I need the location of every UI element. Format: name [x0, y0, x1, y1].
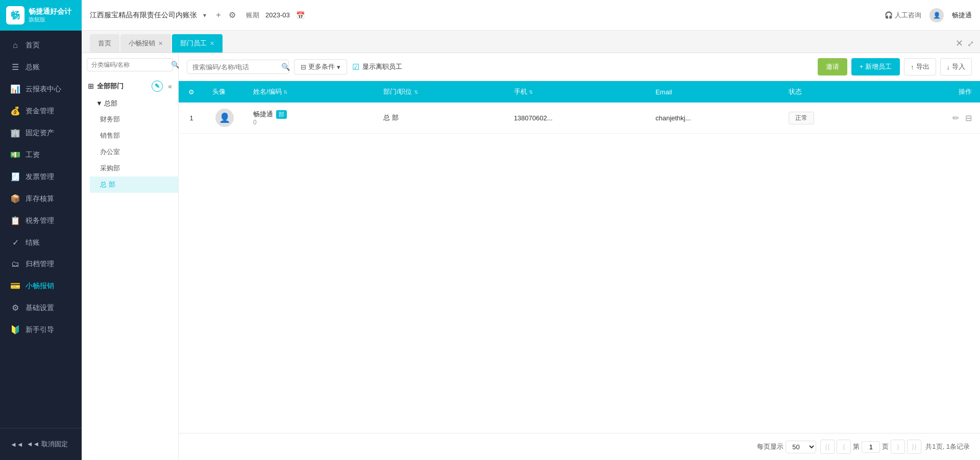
expand-icon[interactable]: ⤢ — [967, 39, 974, 48]
tab-employees[interactable]: 部门员工 ✕ — [172, 34, 223, 53]
sidebar-item-salary[interactable]: 💵 工资 — [0, 144, 82, 166]
logo: 畅 畅捷通好会计 旗舰版 — [0, 0, 82, 31]
employee-phone: 138070602... — [514, 114, 553, 122]
employee-panel: 🔍 ⊟ 更多条件 ▾ ☑ 显示离职员工 邀请 + 新增员工 ↑ 导出 — [179, 53, 980, 460]
col-phone-sort-icon[interactable]: ⇅ — [529, 89, 533, 95]
export-button[interactable]: ↑ 导出 — [904, 58, 936, 75]
sidebar-item-closing-label: 结账 — [26, 238, 40, 247]
settings-icon: ⚙ — [10, 303, 20, 313]
sidebar-item-tax[interactable]: 📋 税务管理 — [0, 210, 82, 232]
sidebar-item-invoice[interactable]: 🧾 发票管理 — [0, 166, 82, 188]
dept-collapse-btn[interactable]: « — [168, 82, 172, 90]
dept-header-actions: ✎ — [152, 81, 163, 92]
row-index: 1 — [179, 103, 204, 134]
dept-group-label: 总部 — [104, 99, 117, 107]
sidebar-item-invoice-label: 发票管理 — [26, 172, 54, 182]
period-label: 账期 — [246, 11, 259, 20]
col-dept-position[interactable]: 部门/职位 ⇅ — [375, 81, 505, 103]
tab-employees-close[interactable]: ✕ — [210, 40, 214, 47]
import-label: 导入 — [952, 62, 965, 71]
reports-icon: 📊 — [10, 84, 20, 94]
dept-search-input[interactable] — [91, 61, 168, 68]
page-size-select[interactable]: 20 50 100 — [786, 441, 816, 453]
dept-item-sales[interactable]: 销售部 — [90, 127, 178, 144]
employee-table: ⚙ 头像 姓名/编码 ⇅ 部门/职位 ⇅ 手机 — [179, 81, 980, 134]
calendar-icon[interactable]: 📅 — [296, 11, 305, 19]
dept-item-finance[interactable]: 财务部 — [90, 111, 178, 127]
topbar-settings-icon[interactable]: ⚙ — [229, 10, 236, 20]
status-badge: 正常 — [789, 112, 814, 124]
add-company-icon[interactable]: ＋ — [214, 10, 223, 20]
xiaochang-icon: 💳 — [10, 281, 20, 291]
employee-search-input[interactable] — [192, 63, 278, 71]
col-name-sort-icon[interactable]: ⇅ — [283, 89, 287, 95]
col-dept-sort-icon[interactable]: ⇅ — [414, 89, 418, 95]
col-name-code[interactable]: 姓名/编码 ⇅ — [245, 81, 375, 103]
page-prev-btn[interactable]: ⟨ — [837, 440, 851, 454]
page-next-btn[interactable]: ⟩ — [891, 440, 905, 454]
sidebar-item-ledger[interactable]: ☰ 总账 — [0, 56, 82, 78]
dept-item-general[interactable]: 总 部 — [90, 176, 178, 193]
user-name[interactable]: 畅捷通 — [952, 11, 972, 20]
page-last-btn[interactable]: ⟩⟩ — [907, 440, 921, 454]
col-email: Email — [647, 81, 780, 103]
col-status: 状态 — [780, 81, 888, 103]
dept-panel: 🔍 ⊞ 全部部门 ✎ « ▼ 总部 财务部 销售部 — [82, 53, 179, 460]
logout-icon[interactable]: ⊟ — [965, 113, 972, 123]
employee-name: 畅捷通 — [253, 110, 273, 119]
sidebar-item-assets[interactable]: 🏢 固定资产 — [0, 122, 82, 144]
dept-add-btn[interactable]: ✎ — [152, 81, 163, 92]
page-size-selector: 每页显示 20 50 100 — [757, 441, 816, 453]
add-employee-button[interactable]: + 新增员工 — [851, 58, 900, 75]
content-area: 🔍 ⊞ 全部部门 ✎ « ▼ 总部 财务部 销售部 — [82, 53, 980, 460]
all-dept-label: 全部部门 — [97, 82, 124, 91]
archive-icon: 🗂 — [10, 260, 20, 269]
sidebar-item-salary-label: 工资 — [26, 150, 40, 160]
sidebar-item-guide[interactable]: 🔰 新手引导 — [0, 319, 82, 341]
import-button[interactable]: ↓ 导入 — [940, 58, 972, 75]
service-button[interactable]: 🎧 人工咨询 — [885, 11, 921, 20]
filter-button[interactable]: ⊟ 更多条件 ▾ — [294, 59, 347, 74]
sidebar-item-reports-label: 云报表中心 — [26, 85, 61, 94]
page-size-label: 每页显示 — [757, 442, 783, 451]
page-first-btn[interactable]: ⟨⟨ — [820, 440, 835, 454]
sidebar-item-home[interactable]: ⌂ 首页 — [0, 35, 82, 56]
tab-xiaochang-close[interactable]: ✕ — [158, 40, 163, 47]
sidebar-item-reports[interactable]: 📊 云报表中心 — [0, 78, 82, 100]
filter-chevron-icon: ▾ — [337, 63, 340, 71]
page-input[interactable] — [862, 441, 880, 453]
cancel-fixed-label: ◄◄ 取消固定 — [27, 440, 68, 449]
col-settings[interactable]: ⚙ — [179, 81, 204, 103]
dept-item-purchase[interactable]: 采购部 — [90, 160, 178, 176]
sidebar-bottom: ◄◄ ◄◄ 取消固定 — [0, 428, 82, 460]
sidebar-item-funds[interactable]: 💰 资金管理 — [0, 100, 82, 122]
row-name-code-cell: 畅捷通 部 0 — [245, 103, 375, 134]
cancel-fixed-button[interactable]: ◄◄ ◄◄ 取消固定 — [0, 435, 82, 454]
sidebar-item-tax-label: 税务管理 — [26, 216, 54, 225]
sidebar-item-settings[interactable]: ⚙ 基础设置 — [0, 297, 82, 319]
tab-xiaochang[interactable]: 小畅报销 ✕ — [120, 34, 171, 53]
employee-search-icon[interactable]: 🔍 — [281, 63, 290, 71]
close-tab-icon[interactable]: ✕ — [955, 38, 963, 49]
show-resigned-checkbox[interactable]: ☑ 显示离职员工 — [352, 62, 402, 72]
sidebar-item-xiaochang[interactable]: 💳 小畅报销 — [0, 275, 82, 297]
company-dropdown-icon[interactable]: ▾ — [203, 12, 206, 19]
sidebar-item-inventory[interactable]: 📦 库存核算 — [0, 188, 82, 210]
all-dept-header[interactable]: ⊞ 全部部门 ✎ « — [82, 76, 178, 96]
row-status-cell: 正常 — [780, 103, 888, 134]
tab-home[interactable]: 首页 — [90, 34, 119, 53]
invite-button[interactable]: 邀请 — [818, 58, 847, 75]
guide-icon: 🔰 — [10, 325, 20, 335]
salary-icon: 💵 — [10, 150, 20, 160]
dept-item-office[interactable]: 办公室 — [90, 144, 178, 160]
sidebar-item-archive[interactable]: 🗂 归档管理 — [0, 253, 82, 275]
checkbox-icon: ☑ — [352, 62, 359, 72]
col-phone[interactable]: 手机 ⇅ — [506, 81, 648, 103]
avatar-icon: 👤 — [933, 12, 941, 19]
employee-code: 0 — [253, 119, 367, 126]
edit-icon[interactable]: ✏ — [952, 113, 959, 123]
action-icons: ✏ ⊟ — [896, 113, 972, 123]
sidebar-item-closing[interactable]: ✓ 结账 — [0, 232, 82, 253]
avatar: 👤 — [215, 109, 234, 127]
dept-group-zongbu[interactable]: ▼ 总部 — [90, 96, 178, 111]
